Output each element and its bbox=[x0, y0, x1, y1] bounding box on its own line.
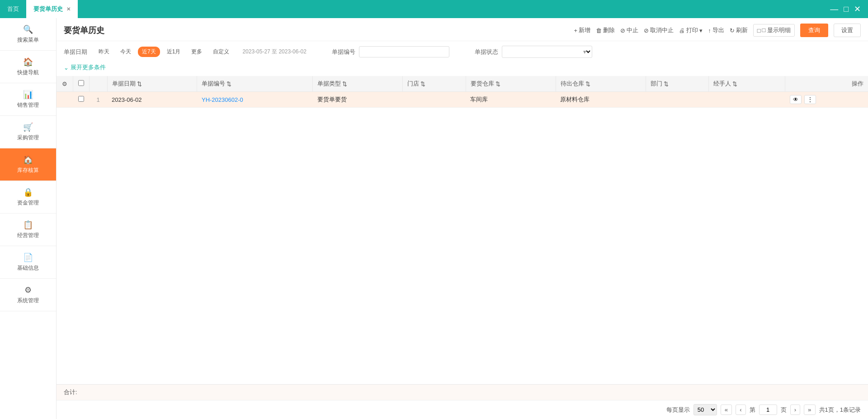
date-btn-more[interactable]: 更多 bbox=[187, 47, 206, 57]
row-doc-type: 要货单要货 bbox=[313, 92, 403, 108]
settings-button[interactable]: 设置 bbox=[834, 24, 861, 37]
system-icon: ⚙ bbox=[24, 285, 32, 295]
search-icon: 🔍 bbox=[23, 24, 33, 34]
finance-icon: 🔒 bbox=[23, 187, 33, 197]
doc-no-input[interactable] bbox=[359, 46, 449, 57]
sidebar-item-system-mgmt-label: 系统管理 bbox=[17, 297, 39, 305]
purchase-icon: 🛒 bbox=[23, 122, 33, 132]
total-info: 共1页，1条记录 bbox=[819, 406, 861, 414]
sort-icon: ⇅ bbox=[420, 81, 425, 87]
date-filter-label: 单据日期 bbox=[64, 48, 87, 56]
sidebar-item-purchase-mgmt[interactable]: 🛒 采购管理 bbox=[0, 116, 56, 148]
row-doc-no[interactable]: YH-20230602-0 bbox=[197, 92, 313, 108]
export-button[interactable]: ↑ 导出 bbox=[708, 26, 724, 34]
sidebar-item-finance-mgmt-label: 资金管理 bbox=[17, 199, 39, 207]
print-icon: 🖨 bbox=[679, 27, 685, 34]
per-page-select[interactable]: 50 100 bbox=[693, 404, 717, 415]
refresh-button[interactable]: ↻ 刷新 bbox=[730, 26, 748, 34]
col-req-warehouse[interactable]: 要货仓库⇅ bbox=[466, 76, 556, 92]
col-department[interactable]: 部门⇅ bbox=[646, 76, 709, 92]
col-store[interactable]: 门店⇅ bbox=[403, 76, 466, 92]
page-label: 第 bbox=[750, 406, 755, 414]
sidebar-item-search-menu[interactable]: 🔍 搜索菜单 bbox=[0, 18, 56, 51]
close-icon[interactable]: ✕ bbox=[854, 4, 861, 14]
sort-icon: ⇅ bbox=[137, 81, 142, 87]
row-doc-date: 2023-06-02 bbox=[107, 92, 197, 108]
query-button[interactable]: 查询 bbox=[800, 24, 828, 37]
row-handler bbox=[709, 92, 785, 108]
maximize-icon[interactable]: □ bbox=[844, 5, 849, 14]
date-btn-today[interactable]: 今天 bbox=[116, 47, 135, 57]
table-row[interactable]: 1 2023-06-02 YH-20230602-0 要货单要货 车间库 原材料… bbox=[57, 92, 868, 108]
select-all-checkbox[interactable] bbox=[78, 80, 84, 86]
date-buttons: 昨天 今天 近7天 近1月 更多 自定义 bbox=[94, 47, 233, 57]
col-handler[interactable]: 经手人⇅ bbox=[709, 76, 785, 92]
sidebar-item-search-menu-label: 搜索菜单 bbox=[17, 36, 39, 44]
sidebar-item-operations-mgmt[interactable]: 📋 经营管理 bbox=[0, 214, 56, 246]
stop-button[interactable]: ⊘ 中止 bbox=[620, 26, 638, 34]
sort-icon: ⇅ bbox=[732, 81, 737, 87]
row-view-button[interactable]: 👁 bbox=[790, 95, 802, 104]
add-button[interactable]: + 新增 bbox=[574, 26, 591, 34]
col-doc-date[interactable]: 单据日期⇅ bbox=[107, 76, 197, 92]
tab-home[interactable]: 首页 bbox=[0, 0, 26, 18]
date-btn-last1month[interactable]: 近1月 bbox=[163, 47, 185, 57]
row-settings bbox=[57, 92, 73, 108]
col-checkbox[interactable] bbox=[73, 76, 89, 92]
last-page-button[interactable]: » bbox=[804, 405, 815, 415]
sidebar-item-inventory-mgmt[interactable]: 🏠 库存核算 bbox=[0, 148, 56, 181]
status-label: 单据状态 bbox=[475, 48, 498, 56]
delete-button[interactable]: 🗑 删除 bbox=[596, 26, 615, 34]
date-btn-last7days[interactable]: 近7天 bbox=[138, 47, 160, 57]
next-page-button[interactable]: › bbox=[790, 405, 800, 415]
date-range-display: 2023-05-27 至 2023-06-02 bbox=[242, 48, 306, 56]
export-icon: ↑ bbox=[708, 27, 711, 34]
sidebar-item-finance-mgmt[interactable]: 🔒 资金管理 bbox=[0, 181, 56, 214]
sidebar-item-sales-mgmt[interactable]: 📊 销售管理 bbox=[0, 83, 56, 116]
tab-close-icon[interactable]: ✕ bbox=[66, 6, 71, 12]
date-btn-custom[interactable]: 自定义 bbox=[209, 47, 233, 57]
table-footer: 合计: bbox=[57, 384, 868, 400]
tab-home-label: 首页 bbox=[7, 5, 19, 13]
sidebar-item-inventory-mgmt-label: 库存核算 bbox=[17, 167, 39, 174]
row-operations: 👁 ⋮ bbox=[785, 92, 868, 108]
row-checkbox[interactable] bbox=[73, 92, 89, 108]
sort-icon: ⇅ bbox=[226, 81, 231, 87]
print-dropdown-icon: ▾ bbox=[699, 27, 703, 34]
inventory-icon: 🏠 bbox=[23, 155, 33, 165]
table-container: ⚙ 单据日期⇅ 单据编号⇅ 单据类型⇅ bbox=[57, 76, 868, 384]
row-more-button[interactable]: ⋮ bbox=[804, 95, 816, 104]
window-controls: — □ ✕ bbox=[823, 4, 868, 14]
col-settings[interactable]: ⚙ bbox=[57, 76, 73, 92]
expand-more-button[interactable]: ⌄ 展开更多条件 bbox=[64, 63, 106, 71]
row-num: 1 bbox=[89, 92, 107, 108]
first-page-button[interactable]: « bbox=[721, 405, 732, 415]
display-detail-button[interactable]: □ □ 显示明细 bbox=[753, 24, 795, 37]
main-layout: 🔍 搜索菜单 🏠 快捷导航 📊 销售管理 🛒 采购管理 🏠 库存核算 🔒 资金管… bbox=[0, 18, 868, 419]
date-btn-yesterday[interactable]: 昨天 bbox=[94, 47, 113, 57]
sidebar-item-system-mgmt[interactable]: ⚙ 系统管理 bbox=[0, 279, 56, 311]
sidebar-item-quick-nav[interactable]: 🏠 快捷导航 bbox=[0, 51, 56, 83]
pagination: 每页显示 50 100 « ‹ 第 页 › » 共1页，1条记录 bbox=[57, 400, 868, 419]
filter-area: 单据日期 昨天 今天 近7天 近1月 更多 自定义 2023-05-27 至 2… bbox=[57, 41, 868, 76]
col-doc-type[interactable]: 单据类型⇅ bbox=[313, 76, 403, 92]
row-department bbox=[646, 92, 709, 108]
content-area: 要货单历史 + 新增 🗑 删除 ⊘ 中止 ⊘ bbox=[57, 18, 868, 419]
col-pending-warehouse[interactable]: 待出仓库⇅ bbox=[556, 76, 646, 92]
checkbox-icon: □ bbox=[757, 27, 761, 34]
home-icon: 🏠 bbox=[23, 57, 33, 67]
col-operations: 操作 bbox=[785, 76, 868, 92]
status-select[interactable] bbox=[502, 46, 592, 58]
col-doc-no[interactable]: 单据编号⇅ bbox=[197, 76, 313, 92]
cancel-stop-button[interactable]: ⊘ 取消中止 bbox=[644, 26, 674, 34]
sort-icon: ⇅ bbox=[664, 81, 669, 87]
tab-requisition-history[interactable]: 要货单历史 ✕ bbox=[26, 0, 78, 18]
doc-no-label: 单据编号 bbox=[332, 48, 355, 56]
minimize-icon[interactable]: — bbox=[830, 5, 838, 14]
prev-page-button[interactable]: ‹ bbox=[736, 405, 745, 415]
refresh-icon: ↻ bbox=[730, 27, 735, 34]
page-input[interactable] bbox=[759, 405, 777, 415]
sidebar-item-basic-info[interactable]: 📄 基础信息 bbox=[0, 246, 56, 279]
expand-icon: ⌄ bbox=[64, 64, 69, 71]
print-button[interactable]: 🖨 打印 ▾ bbox=[679, 26, 703, 34]
